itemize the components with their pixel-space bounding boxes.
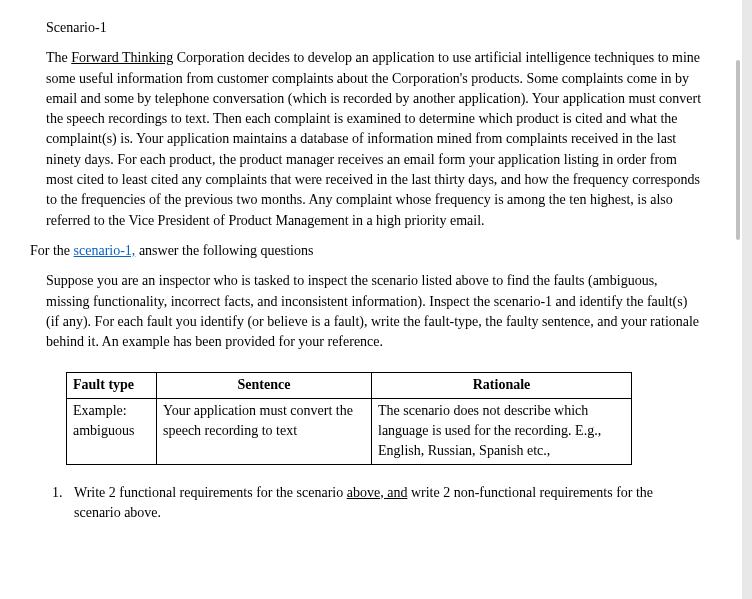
para-body: Corporation decides to develop an applic… xyxy=(46,50,701,227)
cell-fault-type: Example: ambiguous xyxy=(67,398,157,464)
main-paragraph: The Forward Thinking Corporation decides… xyxy=(46,48,702,231)
question-list: Write 2 functional requirements for the … xyxy=(66,483,702,524)
scenario-1-link: scenario-1, xyxy=(74,243,136,258)
header-rationale: Rationale xyxy=(372,373,632,398)
cell-rationale: The scenario does not describe which lan… xyxy=(372,398,632,464)
instruction-suffix: answer the following questions xyxy=(135,243,313,258)
question-item-1: Write 2 functional requirements for the … xyxy=(66,483,702,524)
fault-table: Fault type Sentence Rationale Example: a… xyxy=(66,372,632,464)
suppose-paragraph: Suppose you are an inspector who is task… xyxy=(46,271,702,352)
cell-sentence: Your application must convert the speech… xyxy=(157,398,372,464)
table-header-row: Fault type Sentence Rationale xyxy=(67,373,632,398)
instruction-line: For the scenario-1, answer the following… xyxy=(30,241,702,261)
scenario-title: Scenario-1 xyxy=(46,18,702,38)
q1-underlined: above, and xyxy=(347,485,408,500)
header-sentence: Sentence xyxy=(157,373,372,398)
header-fault-type: Fault type xyxy=(67,373,157,398)
q1-prefix: Write 2 functional requirements for the … xyxy=(74,485,347,500)
table-row: Example: ambiguous Your application must… xyxy=(67,398,632,464)
para-prefix: The xyxy=(46,50,71,65)
instruction-prefix: For the xyxy=(30,243,74,258)
forward-thinking-link: Forward Thinking xyxy=(71,50,173,65)
